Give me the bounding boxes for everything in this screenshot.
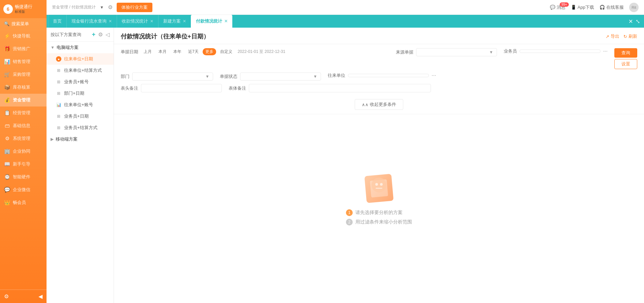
date-custom[interactable]: 自定义 <box>217 48 235 55</box>
sidebar-item-guide[interactable]: 📖新手引导 <box>0 158 47 171</box>
date-this-year[interactable]: 本年 <box>171 48 184 55</box>
scheme-item-dept-date[interactable]: ⊞部门+日期 <box>47 88 114 99</box>
tab-close-receipt-stats[interactable]: ✕ <box>150 19 153 24</box>
filter-row-3: 表头备注 表体备注 <box>121 84 637 92</box>
sidebar-item-label: 企业协同 <box>13 148 30 154</box>
scheme-item-unit-account[interactable]: 📊往来单位+账号 <box>47 99 114 111</box>
search-menu[interactable]: 🔍 搜索菜单 <box>0 18 47 30</box>
scheme-item-unit-settle[interactable]: ⊞往来单位+结算方式 <box>47 65 114 76</box>
left-panel-header: 按以下方案查询 + ⚙ ◁ <box>47 28 114 42</box>
add-scheme-icon[interactable]: + <box>92 31 95 38</box>
query-button[interactable]: 查询 <box>614 48 637 58</box>
sidebar-item-wechat[interactable]: 💬企业微信 <box>0 183 47 196</box>
tab-home[interactable]: 首页 <box>48 15 66 28</box>
svg-rect-3 <box>376 188 382 189</box>
source-select[interactable]: ▼ <box>416 48 497 56</box>
filter-dept: 部门 ▼ <box>121 72 213 81</box>
scheme-settings-icon[interactable]: ⚙ <box>98 31 103 38</box>
tab-list: 首页现金银行流水查询✕收款情况统计✕新建方案✕付款情况统计✕ <box>48 15 628 28</box>
scheme-item-unit-date[interactable]: ●往来单位+日期 <box>47 53 114 65</box>
sidebar-item-basic-info[interactable]: 🗃基础信息 <box>0 119 47 132</box>
expand-window-icon[interactable]: ⤡ <box>636 18 640 25</box>
export-button[interactable]: ↗ 导出 <box>606 33 619 39</box>
staff-settle-icon: ⊞ <box>56 125 61 130</box>
settings-button[interactable]: 设置 <box>614 59 637 69</box>
tab-label-payment-stats: 付款情况统计 <box>196 18 222 24</box>
sidebar-item-hardware[interactable]: ⌚智能硬件 <box>0 171 47 183</box>
body-note-label: 表体备注 <box>229 85 246 91</box>
date-last-month[interactable]: 上月 <box>141 48 154 55</box>
unit-more-icon[interactable]: ··· <box>432 72 436 79</box>
tab-payment-stats[interactable]: 付款情况统计✕ <box>191 15 232 28</box>
staff-date-icon: ⊞ <box>56 114 61 119</box>
filter-header-note: 表头备注 <box>121 84 222 92</box>
tab-close-new-plan[interactable]: ✕ <box>183 19 186 24</box>
refresh-button[interactable]: ↻ 刷新 <box>623 33 637 39</box>
sidebar-item-purchase[interactable]: 🛒采购管理 <box>0 68 47 81</box>
sidebar-item-operations[interactable]: 📋经营管理 <box>0 107 47 119</box>
header-note-input[interactable] <box>141 84 222 92</box>
staff-select[interactable] <box>520 50 601 53</box>
settings-icon[interactable]: ⚙ <box>4 293 9 300</box>
sidebar-item-quick-nav[interactable]: ⚡快捷导航 <box>0 30 47 42</box>
filter-staff: 业务员 ··· <box>504 48 608 54</box>
close-window-icon[interactable]: ✕ <box>628 18 633 25</box>
marketing-icon: 🎁 <box>4 46 10 52</box>
tab-new-plan[interactable]: 新建方案✕ <box>158 15 191 28</box>
user-avatar[interactable]: Rit <box>629 3 639 12</box>
sidebar-item-member[interactable]: 👑畅会员 <box>0 196 47 209</box>
sidebar-item-inventory[interactable]: 📦库存核算 <box>0 81 47 94</box>
tab-close-payment-stats[interactable]: ✕ <box>224 19 228 24</box>
sidebar-item-enterprise[interactable]: 🏢企业协同 <box>0 145 47 158</box>
app-download-button[interactable]: 📱 App下载 <box>571 4 594 10</box>
trial-button[interactable]: 体验行业方案 <box>117 3 152 12</box>
svg-point-1 <box>375 183 378 186</box>
tab-close-bank-flow[interactable]: ✕ <box>109 19 112 24</box>
tab-bank-flow[interactable]: 现金银行流水查询✕ <box>66 15 117 28</box>
sidebar-item-finance[interactable]: 💰资金管理 <box>0 94 47 107</box>
export-icon: ↗ <box>606 34 609 39</box>
online-service-button[interactable]: 🎧 在线客服 <box>599 4 624 10</box>
guide-icon: 📖 <box>4 161 10 167</box>
topbar-dropdown[interactable]: ▼ <box>100 5 104 10</box>
scheme-group-title-mobile[interactable]: ▶移动端方案 <box>47 133 114 145</box>
unit-select[interactable] <box>348 74 429 77</box>
dept-select[interactable]: ▼ <box>132 72 213 81</box>
collapse-filter-button[interactable]: ∧∧ 收起更多条件 <box>355 99 403 110</box>
content-area: 按以下方案查询 + ⚙ ◁ ▼电脑端方案●往来单位+日期⊞往来单位+结算方式⊞业… <box>47 28 644 303</box>
dept-date-icon: ⊞ <box>56 91 61 96</box>
sidebar-item-marketing[interactable]: 🎁营销推广 <box>0 42 47 55</box>
sidebar-footer: ⚙ ◀ <box>0 290 47 303</box>
message-badge: 99+ <box>560 2 569 7</box>
collapse-sidebar-icon[interactable]: ◀ <box>38 293 42 300</box>
dept-label: 部门 <box>121 73 129 80</box>
topbar-gear-icon[interactable]: ⚙ <box>108 4 113 10</box>
body-note-input[interactable] <box>249 84 431 92</box>
date-this-month[interactable]: 本月 <box>156 48 169 55</box>
filter-area: 单据日期 上月 本月 本年 近7天 更多 自定义 2022-01-01 至 20… <box>114 44 644 114</box>
scheme-group-title-pc[interactable]: ▼电脑端方案 <box>47 42 114 53</box>
staff-more-icon[interactable]: ··· <box>603 48 608 54</box>
date-more[interactable]: 更多 <box>203 48 216 55</box>
tab-window-buttons: ✕ ⤡ <box>628 18 643 25</box>
breadcrumb: 资金管理 / 付款情况统计 <box>52 4 96 10</box>
message-button[interactable]: 💬 消息 99+ <box>550 4 565 10</box>
date-7days[interactable]: 近7天 <box>185 48 201 55</box>
collapse-row: ∧∧ 收起更多条件 <box>121 96 637 110</box>
scheme-item-staff-account[interactable]: ⊞业务员+账号 <box>47 76 114 88</box>
scheme-item-staff-settle[interactable]: ⊞业务员+结算方式 <box>47 122 114 133</box>
tab-receipt-stats[interactable]: 收款情况统计✕ <box>117 15 158 28</box>
group-toggle-icon: ▶ <box>51 137 54 142</box>
scheme-item-staff-date[interactable]: ⊞业务员+日期 <box>47 111 114 122</box>
page-title: 付款情况统计（往来单位+日期） <box>121 32 209 40</box>
sidebar-item-system[interactable]: ⚙系统管理 <box>0 132 47 145</box>
message-icon: 💬 <box>550 5 555 10</box>
unit-settle-icon: ⊞ <box>56 68 61 73</box>
source-label: 来源单据 <box>396 49 413 55</box>
basic-info-icon: 🗃 <box>4 123 10 129</box>
status-select[interactable]: ▼ <box>240 72 321 81</box>
date-range: 2022-01-01 至 2022-12-31 <box>238 49 285 55</box>
sidebar-item-sales[interactable]: 📊销售管理 <box>0 55 47 68</box>
empty-illustration <box>359 172 399 205</box>
collapse-panel-icon[interactable]: ◁ <box>106 31 110 38</box>
